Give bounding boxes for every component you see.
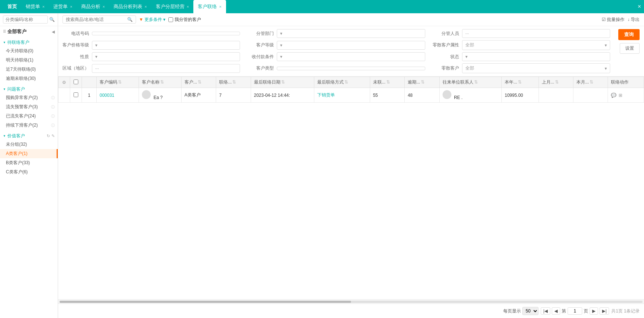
table-overdue-header[interactable]: 逾期...⇅ (405, 77, 439, 88)
sidebar-all-customers[interactable]: ⠿ 全部客户 ◀ (0, 26, 58, 37)
row-num: 1 (82, 88, 97, 103)
chevron-down-icon: ▾ (605, 66, 607, 71)
row-select-checkbox[interactable] (74, 92, 78, 97)
sidebar-search-input[interactable] (3, 15, 48, 24)
sidebar-item-b-class[interactable]: B类客户(33) (0, 158, 58, 167)
sort-icon: ⇅ (518, 80, 522, 85)
scroll-thumb[interactable] (60, 301, 351, 303)
table-current-year-header[interactable]: 本年...⇅ (501, 77, 539, 88)
table-last-method-header[interactable]: 最后联络方式⇅ (314, 77, 370, 88)
dept-select[interactable]: ▾ (277, 29, 425, 38)
close-product-analysis-list[interactable]: × (144, 4, 147, 9)
search-box[interactable]: 🔍 (62, 15, 136, 24)
toolbar: 🔍 ▼ 更多条件 ▾ 我分管的客户 ☑ 批量操作 ↓ 导出 (58, 13, 644, 26)
table-settings-header[interactable]: ⚙ (58, 77, 70, 88)
sidebar-search-icon[interactable]: 🔍 (49, 17, 55, 22)
table-current-month-header[interactable]: 本月...⇅ (573, 77, 608, 88)
close-product-analysis[interactable]: × (103, 4, 105, 9)
row-current-year: 10995.00 (501, 88, 539, 103)
sidebar-item-7days[interactable]: 近7天待联络(0) (0, 65, 58, 74)
page-number-input[interactable] (568, 307, 582, 315)
grid-icon[interactable]: ⊞ (619, 93, 622, 98)
triangle-icon: ▼ (3, 41, 6, 44)
sidebar-item-unclassified[interactable]: 未分组(32) (0, 140, 58, 149)
table-type-header[interactable]: 客户...⇅ (181, 77, 216, 88)
sparse-customer-select[interactable]: 全部 ▾ (462, 63, 610, 73)
sidebar-item-today[interactable]: 今天待联络(0) (0, 46, 58, 56)
table-not-contacted-header[interactable]: 未联...⇅ (370, 77, 404, 88)
sidebar-group-problem-title[interactable]: ▼ 问题客户 (0, 85, 58, 93)
table-name-header[interactable]: 客户名称⇅ (139, 77, 181, 88)
region-input[interactable]: ··· (92, 64, 240, 73)
phone-input[interactable] (92, 32, 240, 35)
sidebar-item-declining[interactable]: 持续下滑客户(2) ⓘ (0, 121, 58, 130)
select-all-checkbox[interactable] (74, 80, 78, 84)
close-sales-order[interactable]: × (42, 4, 44, 9)
sidebar-item-overdue[interactable]: 逾期未联络(30) (0, 74, 58, 83)
my-customers-checkbox-label[interactable]: 我分管的客户 (168, 17, 201, 23)
more-filter-button[interactable]: ▼ 更多条件 ▾ (139, 17, 165, 23)
sparse-attr-select[interactable]: 全部 ▾ (462, 40, 610, 50)
customer-type-input[interactable] (277, 67, 425, 70)
status-select[interactable]: ▾ (462, 52, 610, 61)
row-last-method[interactable]: 下销货单 (314, 88, 370, 103)
window-close-button[interactable]: × (638, 3, 641, 10)
export-button[interactable]: ↓ 导出 (627, 17, 640, 23)
customer-code-link[interactable]: 000031 (100, 93, 114, 98)
sidebar-group-pending-title[interactable]: ▼ 待联络客户 (0, 38, 58, 46)
price-level-select[interactable]: ▾ (92, 41, 240, 50)
customer-level-select[interactable]: ▾ (277, 41, 425, 50)
row-code[interactable]: 000031 (97, 88, 139, 103)
close-customer-segmentation[interactable]: × (187, 4, 189, 9)
nav-product-analysis[interactable]: 商品分析 × (77, 0, 109, 13)
query-button[interactable]: 查询 (618, 29, 640, 40)
filter-status: 状态 ▾ (433, 52, 610, 61)
next-page-button[interactable]: ▶ (590, 307, 598, 315)
table-check-header[interactable] (70, 77, 82, 88)
horizontal-scrollbar[interactable] (58, 299, 644, 304)
search-input[interactable] (66, 17, 127, 22)
table-contact-person-header[interactable]: 往来单位联系人⇅ (439, 77, 501, 88)
table-last-date-header[interactable]: 最后联络日期⇅ (251, 77, 314, 88)
price-level-label: 客户价格等级 (62, 42, 92, 48)
table-code-header[interactable]: 客户编码⇅ (97, 77, 139, 88)
sidebar-item-hoarding[interactable]: 囤购异常客户(2) ⓘ (0, 93, 58, 102)
nav-sales-order[interactable]: 销货单 × (21, 0, 49, 13)
sidebar-item-a-class[interactable]: A类客户(1) (0, 149, 58, 158)
last-page-button[interactable]: ▶| (600, 307, 609, 315)
payment-select[interactable]: ▾ (277, 52, 425, 61)
manager-input[interactable]: ··· (462, 29, 610, 38)
my-customers-checkbox[interactable] (168, 17, 173, 22)
row-current-month (573, 88, 608, 103)
nav-customer-segmentation[interactable]: 客户分层经营 × (151, 0, 193, 13)
nav-customer-contact[interactable]: 客户联络 × (193, 0, 226, 13)
table-action-header: 联络动作 (608, 77, 644, 88)
search-icon[interactable]: 🔍 (127, 17, 133, 22)
sidebar-group-value-title[interactable]: ▼ 价值客户 ↻ ✎ (0, 131, 58, 140)
row-checkbox[interactable] (70, 88, 82, 103)
filter-dropdown-icon: ▾ (163, 17, 165, 22)
table-last-month-header[interactable]: 上月...⇅ (539, 77, 573, 88)
sidebar-collapse-icon[interactable]: ◀ (52, 30, 55, 34)
page-size-select[interactable]: 50 (522, 307, 539, 315)
close-purchase-order[interactable]: × (70, 4, 72, 9)
nav-purchase-order[interactable]: 进货单 × (49, 0, 76, 13)
sidebar-item-churn-warning[interactable]: 流失预警客户(3) ⓘ (0, 102, 58, 112)
nav-product-analysis-list[interactable]: 商品分析列表 × (109, 0, 151, 13)
contact-method-link[interactable]: 下销货单 (317, 92, 335, 98)
sidebar-item-c-class[interactable]: C类客户(6) (0, 167, 58, 177)
nature-select[interactable]: ▾ (92, 52, 240, 61)
nav-home[interactable]: 首页 (3, 0, 21, 13)
sidebar-item-tomorrow[interactable]: 明天待联络(1) (0, 56, 58, 65)
chat-icon[interactable]: 💬 (611, 93, 616, 98)
sort-icon: ⇅ (590, 80, 593, 85)
sidebar-item-churned[interactable]: 已流失客户(24) ⓘ (0, 112, 58, 121)
edit-icon[interactable]: ✎ (51, 134, 55, 138)
table-contact-header[interactable]: 联络...⇅ (216, 77, 251, 88)
settings-button[interactable]: 设置 (620, 43, 640, 54)
prev-page-button[interactable]: ◀ (552, 307, 560, 315)
refresh-icon[interactable]: ↻ (47, 134, 50, 138)
close-customer-contact[interactable]: × (219, 4, 221, 9)
batch-operation-button[interactable]: ☑ 批量操作 (602, 17, 625, 23)
first-page-button[interactable]: |◀ (541, 307, 550, 315)
